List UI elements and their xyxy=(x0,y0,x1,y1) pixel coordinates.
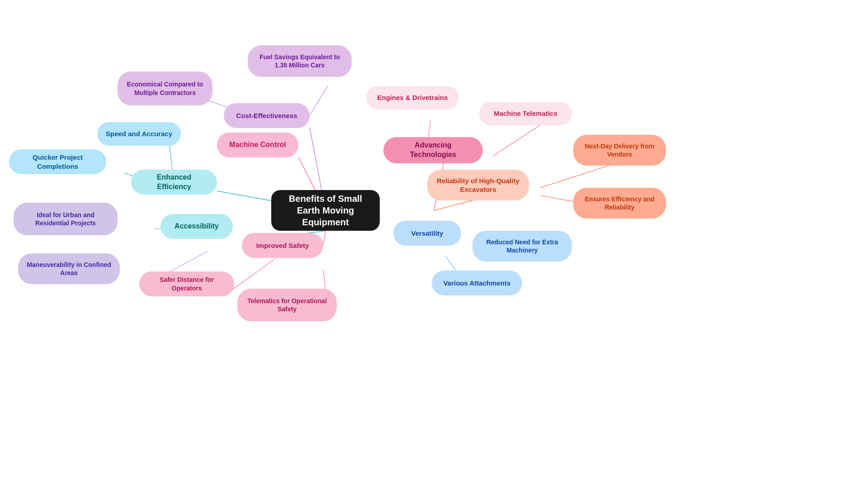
quicker-node: Quicker Project Completions xyxy=(9,149,106,174)
improved-safety-node: Improved Safety xyxy=(242,233,323,258)
accessibility-node: Accessibility xyxy=(160,214,233,239)
svg-line-14 xyxy=(493,124,541,156)
reliability-node: Reliability of High-Quality Excavators xyxy=(427,170,529,200)
various-attachments-node: Various Attachments xyxy=(432,271,522,295)
speed-accuracy-node: Speed and Accuracy xyxy=(97,122,181,146)
telematics-safety-node: Telematics for Operational Safety xyxy=(237,289,337,321)
cost-effectiveness-node: Cost-Effectiveness xyxy=(224,103,310,128)
enhanced-efficiency-node: Enhanced Efficiency xyxy=(131,170,217,195)
center-node: Benefits of Small Earth Moving Equipment xyxy=(271,190,380,231)
fuel-savings-node: Fuel Savings Equivalent to 1.35 Million … xyxy=(248,45,352,77)
machine-control-node: Machine Control xyxy=(217,133,298,157)
reduced-machinery-node: Reduced Need for Extra Machinery xyxy=(472,231,572,262)
versatility-node: Versatility xyxy=(393,221,461,246)
next-day-node: Next-Day Delivery from Vendors xyxy=(573,135,666,166)
engines-node: Engines & Drivetrains xyxy=(366,86,459,109)
economical-node: Economical Compared to Multiple Contract… xyxy=(118,71,212,105)
ideal-urban-node: Ideal for Urban and Residential Projects xyxy=(14,203,118,235)
svg-line-9 xyxy=(323,231,326,244)
ensures-efficiency-node: Ensures Efficiency and Reliability xyxy=(573,188,666,219)
svg-line-10 xyxy=(226,253,283,294)
maneuverability-node: Maneuverability in Confined Areas xyxy=(18,253,120,284)
safer-distance-node: Safer Distance for Operators xyxy=(139,271,234,296)
advancing-tech-node: Advancing Technologies xyxy=(383,137,483,163)
machine-telematics-node: Machine Telematics xyxy=(479,102,572,125)
svg-line-1 xyxy=(310,86,328,115)
